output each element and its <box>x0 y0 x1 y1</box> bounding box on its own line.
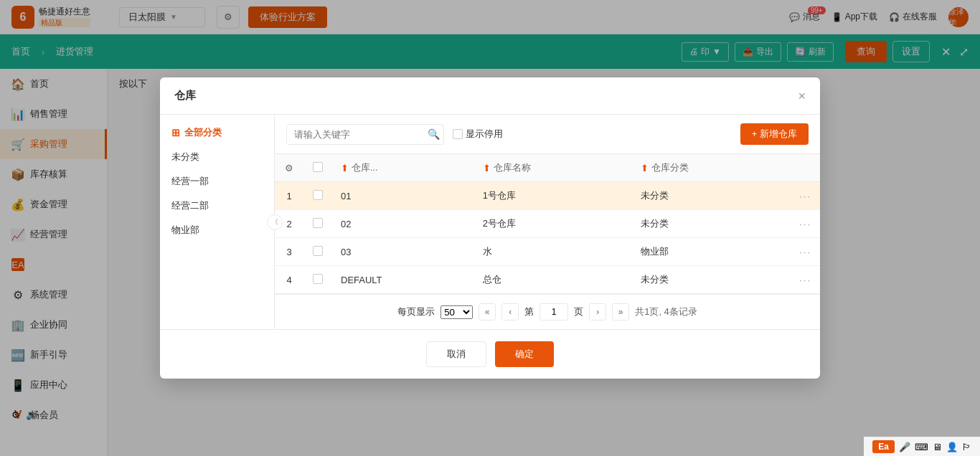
table-row[interactable]: 4 DEFAULT 总仓 未分类 ··· <box>275 266 820 294</box>
modal-header: 仓库 × <box>160 77 820 115</box>
confirm-button[interactable]: 确定 <box>495 341 554 367</box>
per-page-select[interactable]: 50 100 200 <box>440 305 473 319</box>
page-last-btn[interactable]: » <box>612 303 629 320</box>
row-name: 水 <box>474 238 633 266</box>
modal-body: ⊞ 全部分类 未分类 经营一部 经营二部 物业部 《 <box>160 115 820 329</box>
col-name-header: ⬆ 仓库名称 <box>474 154 633 182</box>
monitor-icon[interactable]: 🖥 <box>933 442 942 452</box>
page-info: 共1页, 4条记录 <box>635 305 697 318</box>
ea-badge: Ea <box>872 440 895 453</box>
page-next-btn[interactable]: › <box>589 303 606 320</box>
row-actions[interactable]: ··· <box>791 266 820 294</box>
bottom-bar: Ea 🎤 ⌨ 🖥 👤 🏳 <box>864 437 980 456</box>
category-panel: ⊞ 全部分类 未分类 经营一部 经营二部 物业部 《 <box>160 115 275 329</box>
row-no: 3 <box>275 238 303 266</box>
table-toolbar: 🔍 显示停用 + 新增仓库 <box>275 115 820 154</box>
modal-overlay[interactable]: 仓库 × ⊞ 全部分类 未分类 经营一部 经营二部 <box>0 0 980 456</box>
sort-icon-code: ⬆ <box>341 163 349 174</box>
collapse-category-btn[interactable]: 《 <box>267 214 283 230</box>
table-settings-icon[interactable]: ⚙ <box>285 163 293 174</box>
row-checkbox[interactable] <box>313 190 323 200</box>
page-prev-btn[interactable]: ‹ <box>501 303 519 320</box>
modal-close-button[interactable]: × <box>798 90 806 103</box>
sort-icon-name: ⬆ <box>483 163 491 174</box>
category-ops1[interactable]: 经营一部 <box>160 169 274 194</box>
search-input-wrap: 🔍 <box>286 124 444 145</box>
row-name: 1号仓库 <box>474 182 633 210</box>
category-unclassified[interactable]: 未分类 <box>160 145 274 169</box>
sort-icon-category: ⬆ <box>641 163 649 174</box>
row-category: 未分类 <box>632 266 791 294</box>
table-row[interactable]: 2 02 2号仓库 未分类 ··· <box>275 210 820 238</box>
search-icon[interactable]: 🔍 <box>422 128 444 140</box>
page-input[interactable] <box>540 303 568 320</box>
col-checkbox <box>303 154 332 182</box>
modal-footer: 取消 确定 <box>160 329 820 379</box>
row-no: 4 <box>275 266 303 294</box>
table-row[interactable]: 3 03 水 物业部 ··· <box>275 238 820 266</box>
category-ops2[interactable]: 经营二部 <box>160 194 274 218</box>
row-category: 物业部 <box>632 238 791 266</box>
row-name: 2号仓库 <box>474 210 633 238</box>
cancel-button[interactable]: 取消 <box>426 341 486 367</box>
col-settings: ⚙ <box>275 154 303 182</box>
row-checkbox[interactable] <box>313 274 323 284</box>
category-property[interactable]: 物业部 <box>160 218 274 242</box>
row-code: DEFAULT <box>332 266 474 294</box>
table-header-row: ⚙ ⬆ 仓库... <box>275 154 820 182</box>
category-all[interactable]: ⊞ 全部分类 <box>160 120 274 145</box>
row-actions[interactable]: ··· <box>791 210 820 238</box>
row-name: 总仓 <box>474 266 633 294</box>
col-category-header: ⬆ 仓库分类 <box>632 154 791 182</box>
warehouse-modal: 仓库 × ⊞ 全部分类 未分类 经营一部 经营二部 <box>160 77 820 379</box>
warehouse-table: ⚙ ⬆ 仓库... <box>275 154 820 294</box>
row-category: 未分类 <box>632 210 791 238</box>
row-checkbox[interactable] <box>313 246 323 256</box>
new-warehouse-button[interactable]: + 新增仓库 <box>740 123 809 145</box>
show-disabled-toggle[interactable]: 显示停用 <box>453 128 503 141</box>
pagination: 每页显示 50 100 200 « ‹ 第 页 › » 共1页, 4条记录 <box>275 294 820 329</box>
col-code-header: ⬆ 仓库... <box>332 154 474 182</box>
search-input[interactable] <box>287 125 422 144</box>
table-row[interactable]: 1 01 1号仓库 未分类 ··· <box>275 182 820 210</box>
page-first-btn[interactable]: « <box>479 303 496 320</box>
modal-title: 仓库 <box>174 89 196 103</box>
mic-icon[interactable]: 🎤 <box>899 442 910 452</box>
data-table: ⚙ ⬆ 仓库... <box>275 154 820 294</box>
row-checkbox[interactable] <box>313 218 323 228</box>
disabled-checkbox[interactable] <box>453 129 463 139</box>
row-code: 02 <box>332 210 474 238</box>
row-actions[interactable]: ··· <box>791 182 820 210</box>
row-actions[interactable]: ··· <box>791 238 820 266</box>
table-panel: 🔍 显示停用 + 新增仓库 ⚙ <box>275 115 820 329</box>
row-code: 01 <box>332 182 474 210</box>
select-all-checkbox[interactable] <box>313 162 323 172</box>
keyboard-icon[interactable]: ⌨ <box>915 442 928 452</box>
table-body: 1 01 1号仓库 未分类 ··· 2 02 2号仓库 未分类 ··· 3 03… <box>275 182 820 294</box>
flag-icon[interactable]: 🏳 <box>962 442 971 452</box>
row-category: 未分类 <box>632 182 791 210</box>
person-icon[interactable]: 👤 <box>946 442 958 452</box>
row-no: 1 <box>275 182 303 210</box>
row-code: 03 <box>332 238 474 266</box>
